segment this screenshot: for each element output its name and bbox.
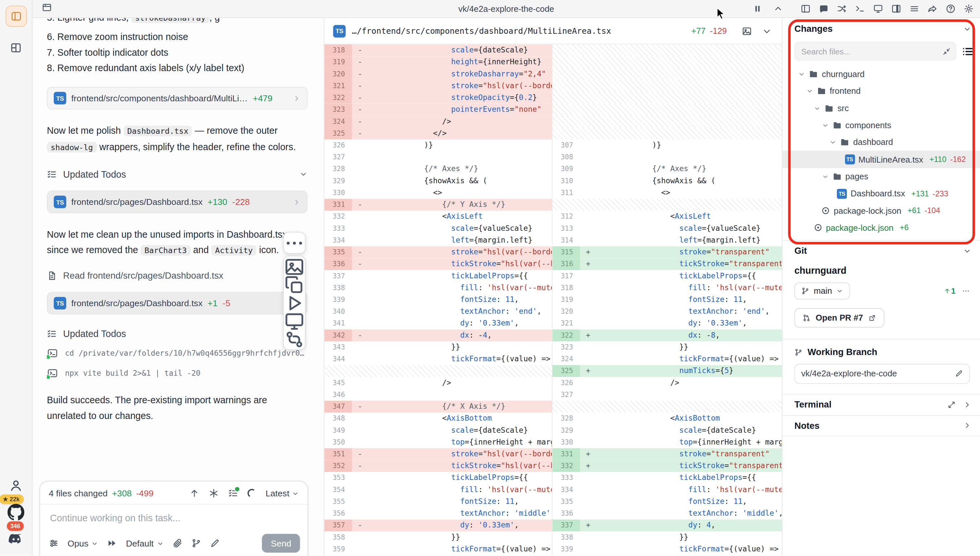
search-input[interactable] — [801, 47, 939, 56]
settings-sliders-icon[interactable] — [49, 538, 59, 548]
chevron-down-icon[interactable] — [798, 71, 805, 78]
branch-icon[interactable] — [191, 538, 201, 548]
attachment-icon[interactable] — [173, 538, 182, 548]
actions-box — [283, 256, 306, 350]
tree-folder-pages[interactable]: pages — [782, 168, 980, 185]
collapse-all-icon[interactable] — [943, 47, 951, 55]
chat-input[interactable] — [40, 504, 294, 529]
file-path: frontend/src/pages/Dashboard.tsx — [71, 298, 203, 309]
diff-view-icon[interactable] — [742, 26, 752, 36]
chevron-down-icon[interactable] — [762, 26, 772, 36]
tree-folder-components[interactable]: components — [782, 117, 980, 134]
arrow-up-icon[interactable] — [189, 488, 200, 498]
chevron-right-icon[interactable] — [292, 198, 300, 206]
diff-row: 320- strokeDasharray="2,4" — [325, 68, 782, 80]
window-tabs-icon[interactable] — [42, 3, 52, 13]
tree-folder-dashboard[interactable]: dashboard — [782, 134, 980, 151]
terminal-command-row[interactable]: cd /private/var/folders/10/h7w0q46556ggr… — [47, 348, 307, 359]
updated-todos-row[interactable]: Updated Todos — [47, 328, 307, 339]
chevron-down-icon[interactable] — [822, 122, 828, 129]
diff-ctx-cell: 318 fill: 'hsl(var(--muted-foreground))'… — [552, 282, 782, 294]
terminal-command-row[interactable]: npx vite build 2>&1 | tail -20 — [47, 367, 307, 379]
tree-folder-frontend[interactable]: frontend — [782, 82, 980, 100]
branch-select[interactable]: main — [794, 283, 850, 299]
compare-action-icon[interactable] — [284, 330, 305, 348]
send-button[interactable]: Send — [262, 534, 300, 553]
board-view-button[interactable] — [5, 37, 27, 58]
chevron-right-icon[interactable] — [963, 422, 972, 430]
tree-file-package-lock.json[interactable]: package-lock.json+6 — [782, 219, 980, 236]
chat-bubble-icon[interactable] — [819, 3, 829, 14]
help-icon[interactable] — [946, 3, 956, 14]
panel-left-icon[interactable] — [801, 3, 811, 14]
file-change-chip[interactable]: TS frontend/src/components/dashboard/Mul… — [47, 87, 307, 110]
chevron-down-icon[interactable] — [963, 24, 972, 33]
more-options-icon[interactable] — [962, 287, 970, 295]
terminal-section-header[interactable]: Terminal — [782, 394, 980, 415]
workspace-logo[interactable] — [5, 6, 27, 27]
open-pr-button[interactable]: Open PR #7 — [794, 308, 884, 328]
chevron-down-icon[interactable] — [963, 247, 972, 255]
diff-ctx-cell: 312 <AxisLeft — [552, 211, 782, 223]
todos-notification-icon[interactable] — [228, 488, 238, 498]
chevron-down-icon[interactable] — [299, 170, 307, 178]
added-count: +1 — [207, 298, 217, 309]
expand-icon[interactable] — [948, 401, 956, 409]
git-section-header[interactable]: Git — [782, 240, 980, 261]
changes-section-header[interactable]: Changes — [782, 18, 980, 39]
working-branch-field[interactable]: vk/4e2a-explore-the-code — [794, 364, 970, 384]
diff-del-cell: 357- dy: '0.33em', — [325, 520, 552, 532]
monitor-icon[interactable] — [873, 3, 883, 14]
tree-view-toggle-icon[interactable] — [962, 45, 974, 57]
account-button[interactable] — [5, 476, 27, 495]
pause-icon[interactable] — [752, 3, 763, 14]
collapse-up-icon[interactable] — [773, 3, 783, 14]
file-change-chip[interactable]: TS frontend/src/pages/Dashboard.tsx +130… — [47, 191, 307, 213]
discord-link[interactable]: 346 — [5, 529, 27, 548]
file-change-chip[interactable]: TS frontend/src/pages/Dashboard.tsx +1 -… — [47, 292, 307, 315]
read-file-label: Read frontend/src/pages/Dashboard.tsx — [63, 271, 224, 281]
pen-icon[interactable] — [210, 538, 220, 548]
notes-title: Notes — [794, 420, 820, 431]
settings-gear-icon[interactable] — [964, 3, 974, 14]
diff-sign — [352, 413, 368, 425]
diff-row: 324- /> — [325, 116, 782, 128]
code-line: scale={dateScale} — [596, 425, 782, 436]
diff-row: 339 fontSize: 11,319 fontSize: 11, — [325, 294, 782, 305]
chevron-down-icon[interactable] — [814, 105, 821, 112]
image-action-icon[interactable] — [284, 258, 305, 276]
monitor-action-icon[interactable] — [284, 312, 305, 330]
notes-section-header[interactable]: Notes — [782, 415, 980, 436]
panel-right-icon[interactable] — [891, 3, 901, 14]
tree-file-Dashboard.tsx[interactable]: TSDashboard.tsx+131-233 — [782, 185, 980, 202]
todo-list-item: 6. Remove zoom instruction noise — [47, 29, 307, 45]
diff-ctx-cell: 346 — [325, 389, 552, 401]
more-action-icon[interactable] — [284, 234, 305, 252]
chevron-down-icon[interactable] — [822, 173, 828, 180]
mode-select[interactable]: Default — [126, 538, 163, 548]
github-link[interactable]: ★ 22k — [5, 503, 27, 521]
copy-action-icon[interactable] — [284, 276, 305, 294]
chevron-right-icon[interactable] — [292, 94, 300, 102]
line-number: 323 — [552, 341, 580, 353]
chevron-down-icon — [92, 540, 98, 547]
model-select[interactable]: Opus — [68, 538, 98, 548]
version-select[interactable]: Latest — [265, 488, 299, 498]
share-forward-icon[interactable] — [928, 3, 938, 14]
terminal-icon[interactable] — [855, 3, 865, 14]
shuffle-icon[interactable] — [837, 3, 847, 14]
updated-todos-row[interactable]: Updated Todos — [47, 169, 307, 179]
spark-icon[interactable] — [209, 488, 219, 498]
read-file-row[interactable]: Read frontend/src/pages/Dashboard.tsx — [47, 271, 307, 281]
chevron-down-icon[interactable] — [806, 88, 813, 95]
tree-file-package-lock.json[interactable]: package-lock.json+61-104 — [782, 202, 980, 219]
run-action-icon[interactable] — [284, 294, 305, 312]
chevron-right-icon[interactable] — [963, 401, 972, 409]
chevron-down-icon[interactable] — [829, 139, 836, 146]
tree-folder-src[interactable]: src — [782, 100, 980, 117]
tree-folder-churnguard[interactable]: churnguard — [782, 66, 980, 82]
edit-pencil-icon[interactable] — [955, 370, 963, 378]
menu-icon[interactable] — [909, 3, 920, 14]
tree-file-MultiLineArea.tsx[interactable]: TSMultiLineArea.tsx+110-162 — [782, 151, 980, 168]
fast-forward-icon[interactable] — [107, 538, 117, 548]
